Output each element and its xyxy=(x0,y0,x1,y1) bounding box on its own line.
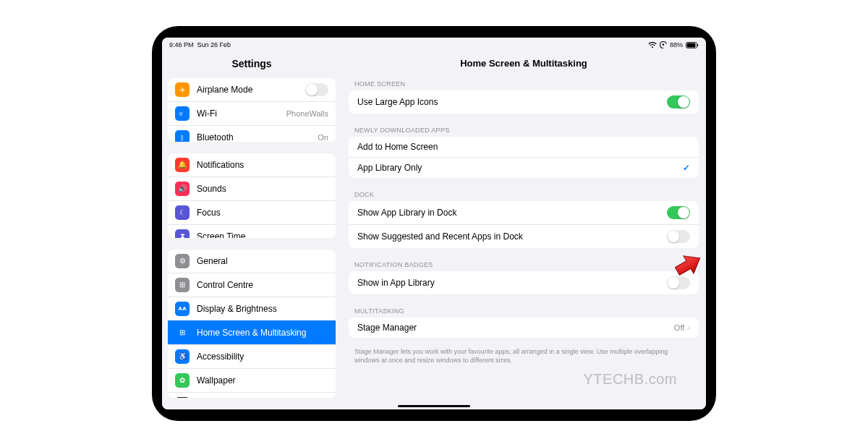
status-left: 9:46 PM Sun 26 Feb xyxy=(169,41,231,48)
sidebar-item-accessibility[interactable]: ♿ Accessibility xyxy=(168,344,336,368)
homescreen-icon: ⊞ xyxy=(175,325,190,340)
sidebar-item-label: Notifications xyxy=(197,160,244,170)
section-header-homescreen: Home Screen xyxy=(341,77,706,90)
battery-percent: 88% xyxy=(670,41,683,48)
show-library-toggle[interactable] xyxy=(667,206,690,219)
sidebar-group-notifications: 🔔 Notifications 🔊 Sounds ☾ Focus ⧗ Scree… xyxy=(168,153,336,238)
focus-icon: ☾ xyxy=(175,205,190,220)
sidebar-item-airplane[interactable]: ✈ Airplane Mode xyxy=(168,78,336,101)
wallpaper-icon: ✿ xyxy=(175,373,190,388)
row-label: App Library Only xyxy=(357,163,422,173)
group-badges: Show in App Library xyxy=(349,271,699,294)
row-label: Show App Library in Dock xyxy=(357,208,456,218)
row-show-recent-dock[interactable]: Show Suggested and Recent Apps in Dock xyxy=(349,224,699,248)
status-date: Sun 26 Feb xyxy=(197,41,231,48)
row-label: Use Large App Icons xyxy=(357,97,438,107)
airplane-icon: ✈ xyxy=(175,82,190,97)
stage-footer: Stage Manager lets you work with your fa… xyxy=(341,348,706,372)
row-app-library-only[interactable]: App Library Only ✓ xyxy=(349,157,699,178)
row-label: Add to Home Screen xyxy=(357,142,438,152)
group-homescreen: Use Large App Icons xyxy=(349,90,699,114)
page-title: Home Screen & Multitasking xyxy=(341,52,706,77)
section-header-newly: Newly Downloaded Apps xyxy=(341,124,706,137)
section-header-badges: Notification Badges xyxy=(341,258,706,271)
notifications-icon: 🔔 xyxy=(175,158,190,172)
main-panel: Home Screen & Multitasking Home Screen U… xyxy=(341,52,706,409)
sidebar-item-bluetooth[interactable]: ᛒ Bluetooth On xyxy=(168,125,336,142)
status-right: 88% xyxy=(648,41,699,48)
sidebar-item-label: Airplane Mode xyxy=(197,85,252,95)
group-dock: Show App Library in Dock Show Suggested … xyxy=(349,201,699,248)
wifi-icon xyxy=(648,42,657,48)
ipad-screen: 9:46 PM Sun 26 Feb 88% Settings ✈ Airpla… xyxy=(162,38,706,409)
sidebar-item-wallpaper[interactable]: ✿ Wallpaper xyxy=(168,368,336,392)
accessibility-icon: ♿ xyxy=(175,349,190,364)
chevron-right-icon: › xyxy=(687,323,690,332)
svg-rect-0 xyxy=(663,44,664,46)
sidebar-item-general[interactable]: ⚙ General xyxy=(168,250,336,273)
sidebar-item-label: Wallpaper xyxy=(197,375,236,386)
sidebar-item-label: Home Screen & Multitasking xyxy=(197,328,306,338)
section-header-dock: Dock xyxy=(341,188,706,201)
svg-rect-3 xyxy=(697,44,698,46)
screentime-icon: ⧗ xyxy=(175,229,190,238)
sidebar-item-screentime[interactable]: ⧗ Screen Time xyxy=(168,224,336,238)
row-stage-manager[interactable]: Stage Manager Off › xyxy=(349,318,699,338)
wifi-detail: PhoneWalls xyxy=(286,109,328,118)
sidebar-item-label: Bluetooth xyxy=(197,132,234,142)
bluetooth-icon: ᛒ xyxy=(175,130,190,142)
group-newly: Add to Home Screen App Library Only ✓ xyxy=(349,137,699,178)
siri-icon: ◉ xyxy=(175,397,190,398)
checkmark-icon: ✓ xyxy=(683,163,690,173)
settings-sidebar: Settings ✈ Airplane Mode ᯤ Wi-Fi PhoneWa… xyxy=(162,52,341,409)
wifi-icon: ᯤ xyxy=(175,106,190,121)
row-label: Show in App Library xyxy=(357,278,435,288)
sidebar-item-label: Control Centre xyxy=(197,280,253,290)
row-show-badges[interactable]: Show in App Library xyxy=(349,271,699,294)
stage-value: Off xyxy=(674,323,684,332)
row-label: Stage Manager xyxy=(357,323,417,333)
row-show-library-dock[interactable]: Show App Library in Dock xyxy=(349,201,699,224)
group-multi: Stage Manager Off › xyxy=(349,318,699,338)
section-header-multi: Multitasking xyxy=(341,305,706,318)
display-icon: AA xyxy=(175,302,190,316)
row-label: Show Suggested and Recent Apps in Dock xyxy=(357,231,523,242)
rotation-lock-icon xyxy=(660,41,667,48)
ipad-frame: 9:46 PM Sun 26 Feb 88% Settings ✈ Airpla… xyxy=(152,26,716,421)
status-bar: 9:46 PM Sun 26 Feb 88% xyxy=(162,38,706,52)
sidebar-item-controlcentre[interactable]: ⊞ Control Centre xyxy=(168,273,336,297)
sidebar-item-label: Screen Time xyxy=(197,231,245,238)
sidebar-item-label: Wi-Fi xyxy=(197,108,217,119)
sidebar-item-display[interactable]: AA Display & Brightness xyxy=(168,297,336,320)
sounds-icon: 🔊 xyxy=(175,182,190,196)
controlcentre-icon: ⊞ xyxy=(175,278,190,292)
sidebar-group-general: ⚙ General ⊞ Control Centre AA Display & … xyxy=(168,250,336,398)
large-icons-toggle[interactable] xyxy=(667,95,690,108)
sidebar-item-label: Display & Brightness xyxy=(197,304,277,314)
watermark: YTECHB.com xyxy=(584,371,677,388)
sidebar-group-connectivity: ✈ Airplane Mode ᯤ Wi-Fi PhoneWalls ᛒ Blu… xyxy=(168,78,336,142)
airplane-toggle[interactable] xyxy=(305,83,328,96)
sidebar-item-focus[interactable]: ☾ Focus xyxy=(168,200,336,224)
row-add-homescreen[interactable]: Add to Home Screen xyxy=(349,137,699,157)
sidebar-item-wifi[interactable]: ᯤ Wi-Fi PhoneWalls xyxy=(168,101,336,125)
badges-toggle[interactable] xyxy=(667,276,690,289)
battery-icon xyxy=(686,42,699,48)
sidebar-title: Settings xyxy=(162,52,341,78)
sidebar-item-label: General xyxy=(197,256,228,266)
svg-rect-2 xyxy=(687,43,696,47)
sidebar-item-sounds[interactable]: 🔊 Sounds xyxy=(168,176,336,200)
sidebar-item-label: Sounds xyxy=(197,184,226,194)
status-time: 9:46 PM xyxy=(169,41,194,48)
row-large-icons[interactable]: Use Large App Icons xyxy=(349,90,699,114)
sidebar-item-label: Accessibility xyxy=(197,352,244,362)
sidebar-item-label: Focus xyxy=(197,208,221,218)
home-indicator[interactable] xyxy=(398,405,470,407)
sidebar-item-notifications[interactable]: 🔔 Notifications xyxy=(168,153,336,176)
general-icon: ⚙ xyxy=(175,254,190,268)
sidebar-item-siri[interactable]: ◉ Siri & Search xyxy=(168,392,336,398)
bluetooth-detail: On xyxy=(318,133,328,142)
sidebar-item-homescreen[interactable]: ⊞ Home Screen & Multitasking xyxy=(168,320,336,344)
show-recent-toggle[interactable] xyxy=(667,230,690,243)
